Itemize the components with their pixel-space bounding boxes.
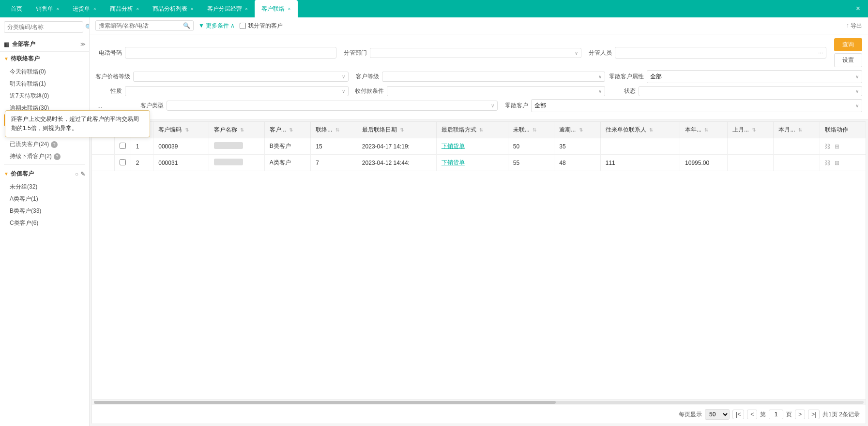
close-product-list-tab[interactable]: × — [190, 6, 193, 12]
export-btn[interactable]: ↑ 导出 — [846, 22, 862, 30]
nav-tab-customer-segment[interactable]: 客户分层经营 × — [200, 0, 255, 17]
status-arrow-icon: ∨ — [855, 88, 859, 94]
row2-last-method[interactable]: 下销货单 — [436, 155, 508, 171]
customer-type-arrow-icon: ∨ — [491, 103, 494, 108]
customer-grade-select[interactable]: ∨ — [382, 72, 606, 82]
sidebar-divider — [4, 164, 85, 165]
dept-select[interactable]: ∨ — [370, 48, 581, 58]
col-last-contact-date[interactable]: 最后联络日期 ⇅ — [357, 122, 436, 138]
row2-overdue: 48 — [554, 155, 601, 171]
status-select[interactable]: ∨ — [639, 86, 862, 96]
close-purchase-tab[interactable]: × — [93, 6, 96, 12]
col-this-year[interactable]: 本年... ⇅ — [680, 122, 728, 138]
page-size-select[interactable]: 50 100 200 — [705, 409, 730, 420]
grid-icon: ▦ — [4, 41, 9, 48]
settings-button[interactable]: 设置 — [834, 53, 862, 67]
row1-last-method[interactable]: 下销货单 — [436, 138, 508, 155]
payment-select[interactable]: ∨ — [387, 86, 606, 96]
sidebar-item-c-class[interactable]: C类客户(6) — [0, 217, 89, 229]
manager-dots-icon: ··· — [818, 49, 823, 56]
col-this-month[interactable]: 本月... ⇅ — [774, 122, 820, 138]
sidebar-search-input[interactable] — [4, 21, 83, 33]
payment-arrow-icon: ∨ — [598, 88, 602, 94]
nav-tab-product-list[interactable]: 商品分析列表 × — [146, 0, 200, 17]
sidebar-pending-group[interactable]: ▼ 待联络客户 — [0, 52, 89, 66]
sidebar-item-unclassified[interactable]: 未分组(32) — [0, 181, 89, 193]
row1-link-icon[interactable]: ⛓ — [825, 143, 831, 150]
col-last-month[interactable]: 上月... ⇅ — [727, 122, 774, 138]
close-customer-contact-tab[interactable]: × — [288, 6, 290, 12]
horizontal-scrollbar[interactable] — [92, 399, 866, 405]
row1-last-month — [727, 138, 774, 155]
row2-qr-icon[interactable]: ⊞ — [835, 160, 839, 166]
value-edit-icon[interactable]: ✎ — [80, 171, 85, 177]
close-sales-tab[interactable]: × — [56, 6, 59, 12]
sidebar-collapse-icon[interactable]: ≫ — [80, 42, 85, 47]
col-name[interactable]: 客户名称 ⇅ — [209, 122, 265, 138]
row1-last-method-link[interactable]: 下销货单 — [442, 143, 465, 149]
col-overdue[interactable]: 逾期... ⇅ — [554, 122, 601, 138]
page-next-btn[interactable]: > — [795, 410, 805, 419]
nav-tab-product-analysis[interactable]: 商品分析 × — [103, 0, 146, 17]
gender-select[interactable]: ∨ — [125, 86, 349, 96]
row2-checkbox[interactable] — [120, 159, 126, 165]
content-area: 🔍 ▼ 更多条件 ∧ 我分管的客户 ↑ 导出 电话号码 — [90, 17, 868, 426]
price-grade-field: 客户价格等级 ∨ — [95, 72, 349, 82]
manager-select[interactable]: ··· — [615, 47, 826, 59]
row1-checkbox[interactable] — [120, 143, 126, 149]
sidebar-item-a-class[interactable]: A类客户(1) — [0, 193, 89, 205]
row2-last-month — [727, 155, 774, 171]
sidebar-item-b-class[interactable]: B类客户(33) — [0, 205, 89, 217]
sidebar-all-customers[interactable]: ▦ 全部客户 ≫ — [0, 37, 89, 52]
page-last-btn[interactable]: >| — [808, 410, 820, 419]
sidebar-item-tomorrow[interactable]: 明天待联络(1) — [0, 78, 89, 90]
retail-attr-select[interactable]: 全部 ∨ — [647, 70, 862, 83]
col-uncontacted[interactable]: 未联... ⇅ — [508, 122, 554, 138]
col-contact-count[interactable]: 联络... ⇅ — [311, 122, 357, 138]
sidebar-item-already-lost[interactable]: 已流失客户(24) ? — [0, 138, 89, 150]
tooltip-box: 距客户上次交易时长，超过了此客户的平均交易周期的1.5倍，则视为异常。 — [5, 110, 150, 137]
sidebar-search-icon[interactable]: 🔍 — [85, 24, 90, 30]
sidebar-item-declining[interactable]: 持续下滑客户(2) ? — [0, 150, 89, 162]
price-grade-select[interactable]: ∨ — [133, 72, 349, 82]
page-input[interactable] — [769, 410, 783, 419]
retail-customer-select[interactable]: 全部 ∨ — [531, 99, 862, 112]
page-first-btn[interactable]: |< — [732, 410, 744, 419]
row1-qr-icon[interactable]: ⊞ — [835, 143, 839, 150]
close-all-tabs[interactable]: × — [852, 4, 864, 13]
search-input[interactable] — [99, 22, 181, 29]
col-last-contact-method[interactable]: 最后联络方式 ⇅ — [436, 122, 508, 138]
more-filter-btn[interactable]: ▼ 更多条件 ∧ — [198, 22, 235, 30]
customer-type-select[interactable]: ∨ — [167, 101, 498, 111]
nav-tab-purchase[interactable]: 进货单 × — [66, 0, 103, 17]
export-icon: ↑ — [846, 22, 849, 29]
pagination: 每页显示 50 100 200 |< < 第 页 > >| 共1页 2条记录 — [92, 405, 866, 424]
close-product-analysis-tab[interactable]: × — [136, 6, 139, 12]
sidebar-item-today[interactable]: 今天待联络(0) — [0, 66, 89, 78]
manager-field: 分管人员 ··· — [585, 47, 826, 59]
nav-tab-home[interactable]: 首页 — [4, 0, 29, 17]
row1-uncontacted: 50 — [508, 138, 554, 155]
row2-link-icon[interactable]: ⛓ — [825, 160, 831, 166]
name-sort-icon: ⇅ — [240, 127, 244, 132]
value-circle-icon[interactable]: ○ — [75, 171, 78, 177]
my-customer-check[interactable]: 我分管的客户 — [240, 22, 283, 30]
col-actions: 联络动作 — [820, 122, 866, 138]
search-icon[interactable]: 🔍 — [183, 22, 190, 29]
nav-tab-customer-contact[interactable]: 客户联络 × — [255, 0, 297, 17]
col-code[interactable]: 客户编码 ⇅ — [153, 122, 209, 138]
col-company-contact[interactable]: 往来单位联系人 ⇅ — [600, 122, 680, 138]
page-prev-btn[interactable]: < — [747, 410, 757, 419]
sidebar-item-7days[interactable]: 近7天待联络(0) — [0, 90, 89, 102]
row2-last-method-link[interactable]: 下销货单 — [442, 159, 465, 166]
filter-dots[interactable]: ... — [95, 103, 104, 109]
sidebar-value-group: ▼ 价值客户 ○ ✎ — [0, 167, 89, 181]
my-customer-checkbox[interactable] — [240, 23, 246, 29]
col-type[interactable]: 客户... ⇅ — [264, 122, 311, 138]
query-button[interactable]: 查询 — [834, 38, 862, 51]
phone-input[interactable] — [125, 47, 336, 59]
nav-tab-sales[interactable]: 销售单 × — [29, 0, 66, 17]
table-row: 1 000039 B类客户 15 2023-04-17 14:19: 下销货单 — [92, 138, 866, 155]
close-customer-segment-tab[interactable]: × — [245, 6, 248, 12]
filter-icon: ▼ — [198, 22, 204, 29]
